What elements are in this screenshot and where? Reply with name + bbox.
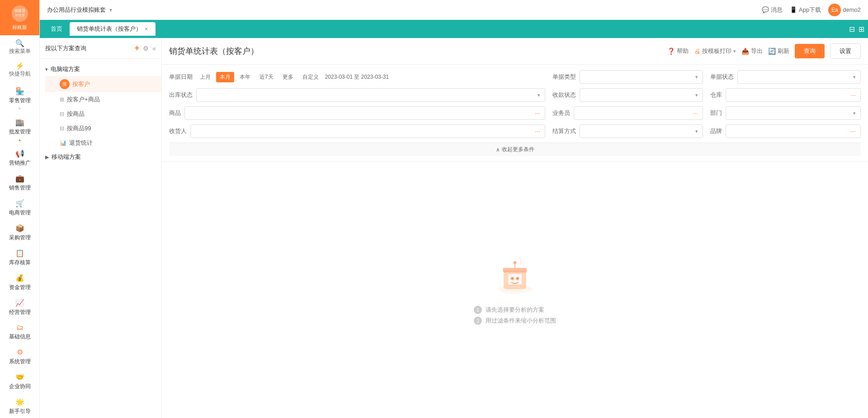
warehouse-label: 仓库 [710, 91, 722, 99]
tree-group-desktop: ▾ 电脑端方案 按 按客户 ⊞ 按客户+商品 [40, 62, 161, 150]
app-download-btn[interactable]: 📱 App下载 [790, 6, 821, 14]
tree-item-by-customer[interactable]: 按 按客户 [45, 76, 161, 92]
export-btn[interactable]: 📤 导出 [741, 47, 763, 55]
tab-minimize-btn[interactable]: ⊟ [849, 25, 855, 33]
product-dots-icon[interactable]: ··· [535, 109, 541, 117]
settings-button[interactable]: 设置 [830, 43, 861, 59]
tree-item-by-customer-product[interactable]: ⊞ 按客户+商品 [45, 92, 161, 107]
main-area: 办公用品行业模拟账套 ▾ 💬 消息 📱 App下载 Ea demo2 首页 [40, 0, 868, 418]
finance-icon: 💰 [15, 274, 24, 282]
tree-item-by-product-99[interactable]: ⊟ 按商品99 [45, 121, 161, 136]
sidebar-item-finance[interactable]: 💰 资金管理 [0, 270, 39, 295]
by-product-99-icon: ⊟ [60, 125, 64, 132]
wholesale-icon: 🏬 [15, 118, 24, 127]
svg-rect-6 [508, 274, 522, 285]
svg-text:好生意: 好生意 [15, 14, 24, 17]
refresh-btn[interactable]: 🔄 刷新 [768, 47, 789, 55]
avatar-text: Ea [831, 7, 838, 13]
type-select[interactable]: ▾ [580, 70, 703, 84]
left-panel-icons: + ⚙ « [135, 43, 156, 53]
warehouse-dots-icon[interactable]: ··· [850, 91, 856, 99]
filter-department: 部门 ▾ [710, 106, 861, 120]
print-btn[interactable]: 🖨 按模板打印 ▾ [694, 47, 736, 55]
help-btn[interactable]: ❓ 帮助 [667, 47, 689, 55]
consignee-dots-icon[interactable]: ··· [535, 128, 541, 135]
sidebar-item-sales[interactable]: 💼 销售管理 [0, 171, 39, 195]
date-tab-custom[interactable]: 自定义 [299, 72, 322, 82]
settings-scheme-btn[interactable]: ⚙ [143, 45, 149, 52]
retail-expand-icon: ▾ [19, 106, 21, 111]
collapse-panel-btn[interactable]: « [152, 45, 156, 52]
tree-group-mobile: ▶ 移动端方案 [40, 150, 161, 164]
add-scheme-btn[interactable]: + [135, 43, 140, 53]
messages-btn[interactable]: 💬 消息 [762, 6, 783, 14]
tree-group-mobile-header[interactable]: ▶ 移动端方案 [40, 150, 161, 164]
download-icon: 📱 [790, 6, 797, 13]
warehouse-select[interactable]: ··· [726, 88, 861, 102]
date-tab-more[interactable]: 更多 [279, 72, 297, 82]
status-select[interactable]: ▾ [737, 70, 861, 84]
date-tab-last-month[interactable]: 上月 [196, 72, 214, 82]
export-icon: 📤 [741, 48, 749, 55]
sidebar-item-basic-label: 基础信息 [9, 333, 31, 341]
sidebar-item-retail[interactable]: 🏪 零售管理 ▾ [0, 83, 39, 114]
query-button[interactable]: 查询 [795, 44, 825, 58]
sidebar-item-system[interactable]: ⚙ 系统管理 [0, 344, 39, 369]
quick-nav-item[interactable]: ⚡ 快捷导航 [0, 59, 39, 81]
type-label: 单据类型 [552, 73, 576, 81]
date-tab-this-month[interactable]: 本月 [216, 72, 234, 82]
tree-group-mobile-label: 移动端方案 [52, 153, 81, 161]
sidebar-item-purchase-label: 采购管理 [9, 234, 31, 242]
return-stats-label: 退货统计 [69, 139, 93, 147]
top-bar-dropdown-icon[interactable]: ▾ [109, 7, 112, 13]
export-label: 导出 [751, 47, 763, 55]
tree-item-return-stats[interactable]: 📊 退货统计 [45, 136, 161, 150]
tree-item-by-product[interactable]: ⊟ 按商品 [45, 107, 161, 121]
page-header: 销货单统计表（按客户） ❓ 帮助 🖨 按模板打印 ▾ 📤 导出 [162, 38, 868, 65]
filter-product: 商品 ··· [169, 106, 545, 120]
date-filter-control: 上月 本月 本年 近7天 更多 自定义 2023-03-01 至 2023-03… [196, 72, 545, 82]
settlement-dropdown-icon: ▾ [695, 128, 698, 134]
salesperson-dots-icon[interactable]: ··· [693, 109, 698, 117]
sidebar-item-wholesale[interactable]: 🏬 批发管理 ▴ [0, 114, 39, 146]
sidebar-item-purchase[interactable]: 📦 采购管理 [0, 220, 39, 245]
brand-dots-icon[interactable]: ··· [850, 128, 856, 135]
by-customer-product-label: 按客户+商品 [67, 95, 100, 104]
tab-sales-stats[interactable]: 销货单统计表（按客户） ✕ [70, 22, 156, 36]
sidebar-item-newbie[interactable]: 🌟 新手引导 [0, 394, 39, 418]
date-tab-this-year[interactable]: 本年 [236, 72, 254, 82]
date-range-text: 2023-03-01 至 2023-03-31 [325, 73, 389, 81]
collection-status-label: 收款状态 [552, 91, 576, 99]
consignee-label: 收货人 [169, 127, 187, 135]
sidebar-item-finance-label: 资金管理 [9, 284, 31, 291]
tab-bar: 首页 销货单统计表（按客户） ✕ ⊟ ⊞ [40, 20, 868, 38]
basic-icon: 🗂 [16, 323, 24, 332]
date-tab-last-7[interactable]: 近7天 [256, 72, 277, 82]
user-menu[interactable]: Ea demo2 [828, 4, 861, 16]
search-menu-item[interactable]: 🔍 搜索菜单 [0, 35, 39, 59]
tab-home[interactable]: 首页 [43, 22, 70, 36]
out-status-select[interactable]: ▾ [196, 88, 545, 102]
salesperson-select[interactable]: ··· [574, 106, 703, 120]
tab-maximize-btn[interactable]: ⊞ [859, 25, 864, 33]
print-icon: 🖨 [694, 48, 700, 55]
sidebar-item-sales-label: 销售管理 [9, 184, 31, 192]
consignee-select[interactable]: ··· [190, 124, 545, 138]
sidebar-item-marketing[interactable]: 📢 营销推广 [0, 146, 39, 171]
filter-row-4: 收货人 ··· 结算方式 ▾ 品牌 [169, 124, 861, 138]
settlement-label: 结算方式 [552, 127, 576, 135]
sidebar-item-ecommerce[interactable]: 🛒 电商管理 [0, 195, 39, 220]
collapse-filters-btn[interactable]: ∧ 收起更多条件 [169, 142, 861, 156]
sidebar-item-basic[interactable]: 🗂 基础信息 [0, 320, 39, 344]
brand-select[interactable]: ··· [726, 124, 861, 138]
sidebar-item-operations[interactable]: 📈 经营管理 [0, 295, 39, 320]
sidebar-item-inventory[interactable]: 📋 库存核算 [0, 245, 39, 270]
tree-group-desktop-header[interactable]: ▾ 电脑端方案 [40, 62, 161, 76]
product-select[interactable]: ··· [184, 106, 545, 120]
sidebar-item-enterprise[interactable]: 🤝 企业协同 [0, 369, 39, 394]
settlement-select[interactable]: ▾ [580, 124, 703, 138]
department-select[interactable]: ▾ [726, 106, 861, 120]
collection-status-select[interactable]: ▾ [580, 88, 703, 102]
print-dropdown-icon[interactable]: ▾ [733, 48, 736, 54]
tab-close-icon[interactable]: ✕ [144, 26, 148, 32]
